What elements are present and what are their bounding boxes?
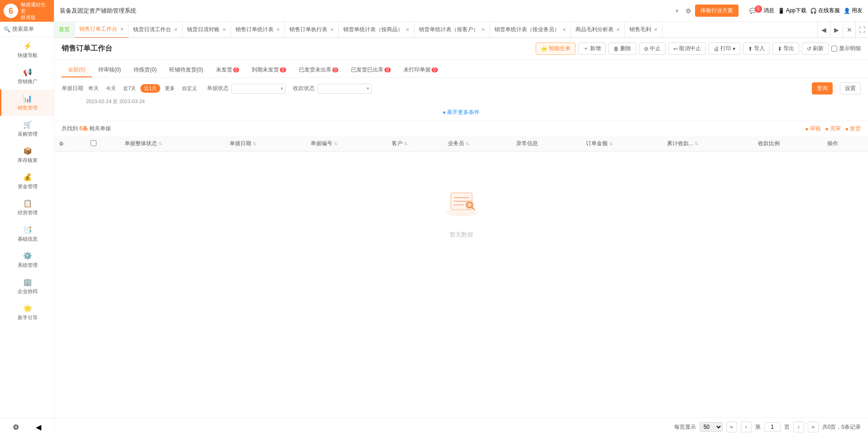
export-button[interactable]: ⬇ 导出	[772, 43, 799, 55]
print-button[interactable]: 🖨 打印 ▾	[709, 43, 740, 55]
sidebar-item-operations[interactable]: 📋经营管理	[0, 194, 54, 221]
sidebar-item-quick-nav[interactable]: ⚡快捷导航	[0, 37, 54, 63]
sidebar-item-system[interactable]: ⚙️系统管理	[0, 247, 54, 273]
app-download-action[interactable]: 📱 App下载	[778, 7, 806, 14]
tab-close-cash-daily[interactable]: ✕	[174, 27, 177, 32]
last-page-button[interactable]: »	[808, 422, 819, 432]
column-settings-icon[interactable]: ⚙	[59, 141, 64, 147]
col-status[interactable]: 单据整体状态⇅	[120, 136, 225, 152]
tab-close-sales-order-exec[interactable]: ✕	[330, 27, 334, 32]
settings-icon[interactable]: ⚙	[13, 423, 19, 431]
col-collected[interactable]: 累计收款...⇅	[662, 136, 753, 152]
tabs-next-button[interactable]: ▶	[830, 22, 843, 38]
tabs-maximize-button[interactable]: ⛶	[855, 22, 868, 38]
select-all-checkbox[interactable]	[91, 140, 96, 146]
tab-sales-order-exec[interactable]: 销售订单执行表✕	[285, 22, 339, 38]
tab-close-sales-stat-customer[interactable]: ✕	[481, 27, 485, 32]
online-service-action[interactable]: 🎧 在线客服	[810, 7, 840, 14]
sidebar-item-purchase[interactable]: 🛒采购管理	[0, 116, 54, 142]
add-button[interactable]: ＋ 新增	[578, 43, 606, 55]
tabs-bar: 首页销售订单工作台✕钱货日清工作台✕钱货日清对账✕销售订单统计表✕销售订单执行表…	[54, 22, 868, 38]
cancel-stop-button[interactable]: ↩ 取消中止	[668, 43, 706, 55]
sidebar-item-guide[interactable]: 🌟新手引导	[0, 299, 54, 326]
date-option-昨天[interactable]: 昨天	[86, 84, 101, 93]
tabs-close-button[interactable]: ✕	[843, 22, 855, 38]
page-input[interactable]	[764, 422, 781, 431]
tab-close-sales-stat-product[interactable]: ✕	[406, 27, 409, 32]
sidebar-item-basic-info[interactable]: 📑基础信息	[0, 221, 54, 247]
sales-icon: 📊	[23, 94, 32, 103]
tab-home[interactable]: 首页	[54, 22, 75, 38]
tab-close-sales-毛利[interactable]: ✕	[654, 27, 657, 32]
import-button[interactable]: ⬆ 导入	[743, 43, 770, 55]
date-option-近7天[interactable]: 近7天	[120, 84, 139, 93]
tab-cash-reconcile[interactable]: 钱货日清对账✕	[182, 22, 231, 38]
tab-sales-order-stat[interactable]: 销售订单统计表✕	[231, 22, 285, 38]
sub-tab-not-printed[interactable]: 未打印单据0	[397, 63, 444, 77]
sidebar-item-sales[interactable]: 📊销售管理	[0, 90, 54, 116]
col-number[interactable]: 单据编号⇅	[306, 136, 387, 152]
tabs-prev-button[interactable]: ◀	[817, 22, 830, 38]
tab-sales-stat-product[interactable]: 销货单统计表（按商品）✕	[339, 22, 414, 38]
tab-product-margin[interactable]: 商品毛利分析表✕	[571, 22, 625, 38]
date-option-近1月[interactable]: 近1月	[140, 84, 160, 93]
col-staff[interactable]: 业务员⇅	[443, 136, 512, 152]
sub-tab-wangpu-pending[interactable]: 旺铺待发货(0)	[163, 63, 210, 77]
first-page-button[interactable]: «	[726, 422, 737, 432]
sub-tab-shipped-not-warehoused[interactable]: 已发货未出库0	[293, 63, 345, 77]
result-action-unreviewed[interactable]: ●充审	[825, 125, 841, 133]
sidebar-item-finance[interactable]: 💰资金管理	[0, 168, 54, 194]
tab-cash-daily[interactable]: 钱货日清工作台✕	[129, 22, 182, 38]
tab-close-product-margin[interactable]: ✕	[616, 27, 620, 32]
col-date[interactable]: 单据日期⇅	[225, 136, 306, 152]
result-action-ship[interactable]: ●发货	[845, 125, 861, 133]
sub-tab-pending-inspect[interactable]: 待拣货(0)	[127, 63, 163, 77]
tab-sales-stat-customer[interactable]: 销货单统计表（按客户）✕	[414, 22, 490, 38]
show-detail-checkbox[interactable]: 显示明细	[831, 45, 861, 52]
gear-icon[interactable]: ⚙	[686, 7, 691, 14]
sub-tab-all[interactable]: 全部(0)	[62, 63, 92, 77]
sidebar-search[interactable]: 🔍 搜索菜单	[0, 22, 54, 37]
refresh-button[interactable]: ↺ 刷新	[802, 43, 829, 55]
date-filter-label: 单据日期	[62, 85, 83, 92]
tab-close-sales-order-stat[interactable]: ✕	[276, 27, 280, 32]
tab-close-sales-stat-staff[interactable]: ✕	[562, 27, 566, 32]
prev-page-button[interactable]: ‹	[741, 422, 752, 432]
sub-tab-not-shipped[interactable]: 未发货0	[210, 63, 246, 77]
show-detail-input[interactable]	[831, 46, 837, 52]
tab-close-cash-reconcile[interactable]: ✕	[222, 27, 226, 32]
delete-button[interactable]: 🗑 删除	[609, 43, 636, 55]
sub-tab-overdue-not-shipped[interactable]: 到期未发货0	[245, 63, 293, 77]
sub-tab-pending-review[interactable]: 待审核(0)	[92, 63, 128, 77]
tab-label-sales-workbench: 销售订单工作台	[79, 25, 117, 33]
tab-close-sales-workbench[interactable]: ✕	[120, 27, 124, 32]
solution-button[interactable]: 体验行业方案	[695, 5, 739, 17]
smart-create-button[interactable]: ⭐ 智能生单	[536, 43, 575, 55]
collapse-icon[interactable]: ◀	[36, 423, 41, 431]
settings-btn[interactable]: 设置	[840, 82, 861, 95]
status-select[interactable]	[231, 84, 286, 94]
sidebar-item-enterprise[interactable]: 🏢企业协同	[0, 273, 54, 299]
payment-select[interactable]	[317, 84, 372, 94]
page-size-select[interactable]: 102050100	[700, 422, 723, 432]
next-page-button[interactable]: ›	[793, 422, 804, 432]
dropdown-arrow[interactable]: ▾	[676, 8, 678, 14]
tab-sales-workbench[interactable]: 销售订单工作台✕	[75, 22, 129, 38]
date-option-更多[interactable]: 更多	[162, 84, 177, 93]
sidebar-item-inventory[interactable]: 📦库存核算	[0, 142, 54, 168]
col-amount[interactable]: 订单金额⇅	[581, 136, 662, 152]
tab-sales-毛利[interactable]: 销售毛利✕	[625, 22, 662, 38]
result-action-review[interactable]: ●审核	[805, 125, 820, 133]
query-button[interactable]: 查询	[812, 82, 833, 95]
message-action[interactable]: 💬 6 消息	[749, 7, 774, 14]
user-action[interactable]: 👤 用友	[844, 7, 863, 14]
sidebar-item-marketing[interactable]: 📢营销推广	[0, 63, 54, 90]
col-customer[interactable]: 客户⇅	[387, 136, 443, 152]
date-option-今天[interactable]: 今天	[103, 84, 119, 93]
tab-label-cash-daily: 钱货日清工作台	[133, 26, 171, 33]
sub-tab-shipped-warehoused[interactable]: 已发货已出库0	[345, 63, 397, 77]
date-option-自定义[interactable]: 自定义	[179, 84, 200, 93]
tab-sales-stat-staff[interactable]: 销货单统计表（按业务员）✕	[490, 22, 571, 38]
expand-button[interactable]: ▾ 展开更多条件	[443, 109, 480, 116]
stop-button[interactable]: ⊘ 中止	[639, 43, 666, 55]
